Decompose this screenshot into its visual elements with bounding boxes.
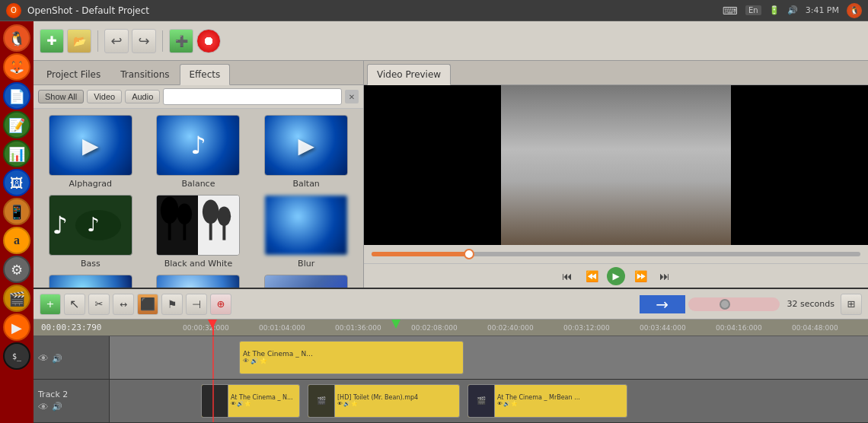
new-button[interactable]: ✚ [40,29,64,53]
clip-2-inner: [HD] Toilet (Mr. Bean).mp4 👁 🔊 ⭐ [335,393,420,409]
tab-project-files[interactable]: Project Files [37,64,110,84]
prev-button[interactable]: ⏪ [582,267,601,285]
add-track-button[interactable]: + [40,294,61,315]
tab-effects[interactable]: Effects [180,64,231,85]
sidebar-terminal[interactable]: $_ [3,342,30,370]
undo-button[interactable]: ↩ [104,29,129,53]
track-2-row: Track 2 👁 🔊 [34,380,868,423]
play-button[interactable]: ▶ [607,267,625,285]
effect-balance-thumb [156,115,240,176]
track-2-clip-1[interactable]: At The Cinema _ N... 👁 🔊 ⭐ [201,384,300,418]
effect-partial-2[interactable] [148,275,250,288]
sidebar-app6[interactable]: 📱 [3,198,30,225]
ruler-mark-8: 00:04:16:000 [716,324,762,332]
content-area: ✚ 📂 ↩ ↪ ➕ ⏺ Project Files Transitions Ef… [34,21,868,423]
add-marker-button[interactable]: ⚑ [161,294,183,315]
effect-bass[interactable]: ♪ Bass [40,195,142,269]
open-button[interactable]: 📂 [67,29,91,53]
sidebar-impress[interactable]: 🖼 [3,169,30,196]
effect-alphagrad[interactable]: Alphagrad [40,115,142,189]
sidebar-files[interactable]: 📄 [3,82,30,110]
zoom-handle[interactable] [720,299,730,310]
right-panel: Video Preview ⏮ [364,61,868,288]
cut-button[interactable]: ✂ [88,294,110,315]
tab-transitions[interactable]: Transitions [110,64,179,84]
eye-icon: 👁 [497,401,503,407]
tab-video-preview[interactable]: Video Preview [367,64,451,85]
resize-button[interactable]: ↔ [113,294,134,315]
green-marker [391,320,400,329]
sidebar-ubuntu[interactable]: 🐧 [3,24,30,52]
timeline-settings-button[interactable]: ⊞ [841,294,862,315]
sidebar-calc[interactable]: 📊 [3,140,30,167]
track-1-controls: 👁 🔊 [38,352,104,364]
timeline-body: 00:00:23:790 00:00:32:000 00:01:04:000 0… [34,320,868,423]
sidebar-amazon[interactable]: a [3,227,30,254]
track-2-clip-3[interactable]: 🎬 At The Cinema _ MrBean ... 👁 🔊 ⭐ [468,384,627,418]
svg-point-12 [218,206,231,226]
filter-video-button[interactable]: Video [87,90,122,103]
track-1-eye[interactable]: 👁 [38,352,49,364]
video-right-black [731,85,868,245]
language-indicator: En [745,5,761,15]
star-icon: ⭐ [244,401,251,407]
titlebar: O OpenShot - Default Project ⌨ En 🔋 🔊 3:… [0,0,868,21]
effect-partial-1[interactable] [40,275,142,288]
scrubber-track[interactable] [372,252,860,256]
filter-all-button[interactable]: Show All [38,90,84,103]
bw-svg [157,195,239,256]
volume-icon: 🔊 [787,5,798,15]
effect-balance[interactable]: Balance [148,115,250,189]
clip-1-icons: 👁 🔊 ⭐ [231,401,293,407]
ruler-mark-2: 00:01:04:000 [259,324,305,332]
current-time: 00:00:23:790 [41,320,101,336]
select-tool-button[interactable]: ↖ [64,294,85,315]
center-button[interactable]: ⊣ [186,294,207,315]
snap-button[interactable]: ⬛ [137,294,158,315]
skip-end-button[interactable]: ⏭ [656,267,674,285]
effect-blur[interactable]: Blur [255,195,357,269]
star-icon: ⭐ [511,401,518,407]
next-button[interactable]: ⏩ [631,267,649,285]
filter-audio-button[interactable]: Audio [125,90,160,103]
effect-balance-label: Balance [182,179,215,189]
ruler-mark-7: 00:03:44:000 [640,324,686,332]
effect-partial-3-thumb [264,275,348,288]
track-1-clip-1[interactable]: At The Cinema _ N... 👁 🔊 ⭐ [239,341,464,375]
effect-baltan[interactable]: Baltan [255,115,357,189]
scrubber-handle[interactable] [464,249,474,259]
effects-search-input[interactable] [163,88,342,105]
clip-1-thumb [202,385,228,418]
track-1-audio[interactable]: 🔊 [52,354,62,364]
clip-1-inner: At The Cinema _ N... 👁 🔊 ⭐ [228,393,295,409]
sidebar-writer[interactable]: 📝 [3,111,30,138]
timeline-tracks: 👁 🔊 At The Cinema _ N... [34,336,868,423]
effect-bw[interactable]: Black and White [148,195,250,269]
audio-icon: 🔊 [343,401,350,407]
panels-area: Project Files Transitions Effects Show A… [34,61,868,288]
eye-icon: 👁 [337,401,343,407]
ubuntu-icon: 🐧 [847,3,862,18]
effect-alphagrad-thumb [49,115,132,176]
magnet-button[interactable]: ⊕ [210,294,231,315]
clip-3-thumb: 🎬 [468,385,495,418]
skip-start-button[interactable]: ⏮ [558,267,576,285]
track-2-clip-2[interactable]: 🎬 [HD] Toilet (Mr. Bean).mp4 👁 🔊 ⭐ [308,384,460,418]
zoom-arrow[interactable]: → [640,295,685,313]
sidebar-settings[interactable]: ⚙ [3,256,30,283]
clip-1-eye-icon: 👁 [243,358,249,364]
track-2-audio[interactable]: 🔊 [52,402,62,412]
sidebar-openshot[interactable]: 🎬 [3,285,30,312]
ruler-mark-1: 00:00:32:000 [183,324,229,332]
zoom-slider[interactable] [688,297,780,311]
sidebar-firefox[interactable]: 🦊 [3,53,30,81]
sidebar-player[interactable]: ▶ [3,313,30,341]
redo-button[interactable]: ↪ [132,29,156,53]
effect-partial-3[interactable] [255,275,357,288]
titlebar-right: ⌨ En 🔋 🔊 3:41 PM 🐧 [723,3,862,18]
search-clear-button[interactable]: ✕ [345,90,359,103]
import-button[interactable]: ➕ [169,29,193,53]
left-panel: Project Files Transitions Effects Show A… [34,61,364,288]
track-2-eye[interactable]: 👁 [38,401,49,413]
record-button[interactable]: ⏺ [196,29,221,53]
